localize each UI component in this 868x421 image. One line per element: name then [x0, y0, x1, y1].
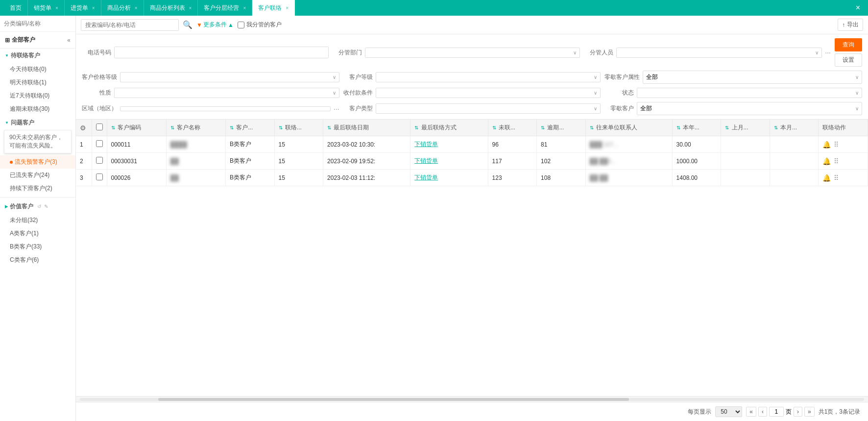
my-customers-check[interactable]: [238, 22, 244, 28]
sidebar-item-c-class[interactable]: C类客户(6): [0, 253, 75, 267]
sidebar-item-overdue[interactable]: 逾期未联络(30): [0, 102, 75, 116]
manager-more-button[interactable]: ···: [825, 49, 831, 56]
sidebar-item-churned[interactable]: 已流失客户(24): [0, 169, 75, 182]
row-checkbox[interactable]: [96, 140, 103, 147]
sidebar-item-ungrouped[interactable]: 未分组(32): [0, 214, 75, 227]
status-select[interactable]: ∨: [637, 88, 862, 98]
more-actions-icon[interactable]: ⠿: [834, 157, 839, 165]
customer-level-select[interactable]: ∨: [376, 72, 601, 82]
global-close-button[interactable]: ×: [852, 3, 864, 12]
col-not-contact[interactable]: ⇅ 未联...: [488, 120, 537, 136]
sidebar-all-customers[interactable]: ⊞ 全部客户 «: [0, 32, 75, 49]
query-button[interactable]: 查询: [835, 38, 862, 51]
horizontal-scrollbar[interactable]: [76, 396, 868, 402]
table-row: 3000026██B类客户152023-02-03 11:12:下销货单1231…: [76, 170, 868, 186]
col-overdue[interactable]: ⇅ 逾期...: [537, 120, 586, 136]
row-checkbox[interactable]: [96, 157, 103, 164]
region-select[interactable]: [120, 106, 331, 111]
tab-analysis-list[interactable]: 商品分析列表 ×: [144, 0, 198, 16]
refresh-icon[interactable]: ↺: [37, 204, 41, 209]
more-actions-icon[interactable]: ⠿: [834, 174, 839, 182]
tab-sales[interactable]: 销货单 ×: [28, 0, 65, 16]
cell-level: B类客户: [225, 170, 274, 186]
column-settings-icon[interactable]: ⚙: [80, 124, 86, 132]
col-name[interactable]: ⇅ 客户名称: [166, 120, 225, 136]
next-page-button[interactable]: ›: [794, 407, 802, 417]
sidebar-item-today[interactable]: 今天待联络(0): [0, 63, 75, 76]
sidebar-section-pending[interactable]: ▼ 待联络客户: [0, 49, 75, 63]
close-analysis-tab[interactable]: ×: [135, 5, 138, 11]
col-code[interactable]: ⇅ 客户编码: [107, 120, 166, 136]
row-checkbox[interactable]: [96, 173, 103, 180]
contact-method-link[interactable]: 下销货单: [414, 157, 438, 164]
cell-index: 1: [76, 136, 92, 153]
export-button[interactable]: ↑ 导出: [838, 19, 863, 31]
phone-input[interactable]: [114, 47, 329, 58]
more-actions-icon[interactable]: ⠿: [834, 141, 839, 149]
edit-icon[interactable]: ✎: [44, 204, 48, 209]
first-page-button[interactable]: «: [746, 407, 756, 417]
contact-icon[interactable]: 🔔: [822, 174, 831, 182]
customer-type-select[interactable]: ∨: [376, 103, 601, 114]
cell-overdue: 108: [537, 170, 586, 186]
col-this-month[interactable]: ⇅ 本月...: [770, 120, 819, 136]
region-more-button[interactable]: ···: [334, 105, 339, 113]
filter-row-1: 电话号码 分管部门 ∨ 分管人员 ∨ ···: [82, 38, 862, 67]
close-purchase-tab[interactable]: ×: [92, 5, 95, 11]
search-button[interactable]: 🔍: [183, 20, 193, 29]
page-size-select[interactable]: 50 20 100: [715, 406, 742, 417]
close-customer-segment-tab[interactable]: ×: [243, 5, 246, 11]
sidebar-item-a-class[interactable]: A类客户(1): [0, 227, 75, 240]
zero-order-attr-select[interactable]: 全部 ∨: [643, 71, 862, 84]
filter-zero-order: 零歇客户 全部 ∨: [604, 102, 862, 115]
filter-row-3: 性质 ∨ 收付款条件 ∨ 状态: [82, 88, 862, 98]
manager-select[interactable]: ∨: [616, 48, 822, 58]
sidebar-search-input[interactable]: [4, 20, 76, 27]
price-level-select[interactable]: ∨: [120, 72, 339, 82]
close-analysis-list-tab[interactable]: ×: [189, 5, 192, 11]
sidebar-section-problem[interactable]: ▼ 问题客户: [0, 116, 75, 130]
sidebar-item-churn-warning[interactable]: 流失预警客户(3): [0, 155, 75, 169]
search-input[interactable]: [81, 19, 179, 31]
col-level[interactable]: ⇅ 客户...: [225, 120, 274, 136]
sidebar-item-tomorrow[interactable]: 明天待联络(1): [0, 76, 75, 89]
contact-method-link[interactable]: 下销货单: [414, 174, 438, 181]
last-page-button[interactable]: »: [804, 407, 815, 417]
select-all-checkbox[interactable]: [96, 124, 103, 130]
sidebar-item-declining[interactable]: 持续下滑客户(2): [0, 182, 75, 195]
page-number-input[interactable]: [769, 407, 784, 417]
col-last-contact-method[interactable]: ⇅ 最后联络方式: [410, 120, 488, 136]
col-last-month[interactable]: ⇅ 上月...: [721, 120, 770, 136]
col-contact[interactable]: ⇅ 联络...: [274, 120, 323, 136]
tab-analysis[interactable]: 商品分析 ×: [101, 0, 144, 16]
scrollbar-thumb[interactable]: [158, 398, 629, 401]
col-this-year[interactable]: ⇅ 本年...: [672, 120, 721, 136]
zero-order-select[interactable]: 全部 ∨: [637, 102, 862, 115]
tab-purchase[interactable]: 进货单 ×: [65, 0, 101, 16]
col-last-contact-date[interactable]: ⇅ 最后联络日期: [323, 120, 410, 136]
col-contact-person[interactable]: ⇅ 往来单位联系人: [585, 120, 672, 136]
my-customers-checkbox[interactable]: 我分管的客户: [238, 21, 282, 29]
close-sales-tab[interactable]: ×: [55, 5, 58, 11]
filter-payment-terms: 收付款条件 ∨: [343, 88, 601, 98]
more-conditions-button[interactable]: ▼ 更多条件 ▲: [196, 21, 234, 29]
tab-customer-contact[interactable]: 客户联络 ×: [252, 0, 295, 16]
close-customer-contact-tab[interactable]: ×: [286, 5, 289, 11]
sidebar-section-value[interactable]: ▶ 价值客户 ↺ ✎: [0, 199, 75, 214]
contact-method-link[interactable]: 下销货单: [414, 141, 438, 148]
department-select[interactable]: ∨: [365, 48, 579, 58]
tab-customer-segment[interactable]: 客户分层经营 ×: [198, 0, 252, 16]
cell-lastContactMethod: 下销货单: [410, 136, 488, 153]
contact-icon[interactable]: 🔔: [822, 141, 831, 149]
prev-page-button[interactable]: ‹: [758, 407, 767, 417]
settings-button[interactable]: 设置: [835, 53, 862, 67]
nature-select[interactable]: ∨: [114, 88, 339, 98]
cell-lastContactMethod: 下销货单: [410, 170, 488, 186]
chevron-down-icon-8: ∨: [855, 90, 859, 96]
sidebar-item-b-class[interactable]: B类客户(33): [0, 240, 75, 253]
tab-home[interactable]: 首页: [4, 0, 28, 16]
payment-terms-select[interactable]: ∨: [376, 88, 601, 98]
contact-icon[interactable]: 🔔: [822, 157, 831, 165]
sidebar-item-7days[interactable]: 近7天待联络(0): [0, 89, 75, 102]
collapse-sidebar-button[interactable]: «: [67, 37, 71, 44]
